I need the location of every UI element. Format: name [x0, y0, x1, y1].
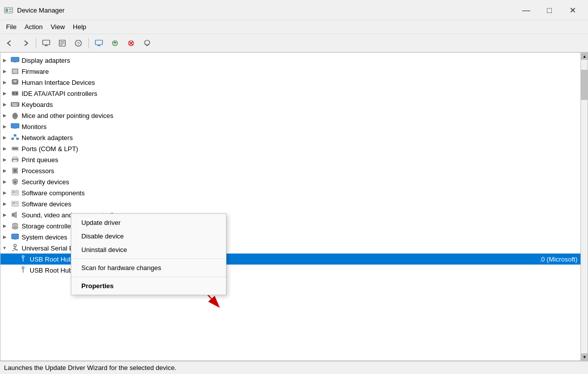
menu-help[interactable]: Help: [69, 22, 90, 32]
scrollbar[interactable]: ▲ ▼: [580, 53, 587, 360]
svg-rect-35: [15, 103, 16, 104]
tree-item-ports[interactable]: ▶ Ports (COM & LPT): [1, 143, 580, 154]
svg-rect-77: [12, 234, 19, 239]
svg-rect-72: [16, 203, 18, 204]
back-button[interactable]: [2, 36, 17, 50]
expand-display-adapters[interactable]: ▶: [1, 56, 9, 64]
expand-ide[interactable]: ▶: [1, 89, 9, 97]
minimize-button[interactable]: —: [515, 3, 538, 18]
svg-rect-26: [13, 70, 17, 73]
print-label: Print queues: [22, 156, 58, 164]
ports-label: Ports (COM & LPT): [22, 145, 78, 153]
tree-item-firmware[interactable]: ▶ Firmware: [1, 66, 580, 77]
remove-device-button[interactable]: [124, 36, 139, 50]
computer-button[interactable]: [39, 36, 54, 50]
main-content: ▶ Display adapters ▶ Firmware ▶: [0, 52, 588, 361]
system-label: System devices: [22, 233, 67, 241]
network-icon: [11, 133, 20, 142]
tree-item-print[interactable]: ▶ Print queues: [1, 154, 580, 165]
sound-icon: [11, 210, 20, 219]
window-title: Device Manager: [17, 7, 65, 14]
svg-point-76: [12, 227, 18, 229]
tree-item-ide[interactable]: ▶ IDE ATA/ATAPI controllers: [1, 88, 580, 99]
expand-mice[interactable]: ▶: [1, 111, 9, 119]
forward-button[interactable]: [18, 36, 33, 50]
svg-rect-46: [17, 138, 19, 140]
scan-hardware-toolbar-button[interactable]: [140, 36, 155, 50]
scroll-down-button[interactable]: ▼: [581, 353, 588, 360]
expand-monitors[interactable]: ▶: [1, 122, 9, 131]
update-driver-toolbar-button[interactable]: [107, 36, 123, 50]
expand-usb[interactable]: ▼: [1, 244, 9, 252]
svg-rect-67: [16, 191, 18, 192]
expand-print[interactable]: ▶: [1, 156, 9, 164]
expand-storage[interactable]: ▶: [1, 222, 9, 230]
context-menu-sep-1: [71, 259, 226, 259]
firmware-label: Firmware: [22, 68, 49, 75]
context-menu-update-driver[interactable]: Update driver: [71, 216, 226, 229]
maximize-button[interactable]: □: [538, 3, 561, 18]
usb-hub-1-extra: .0 (Microsoft): [539, 256, 580, 263]
security-label: Security devices: [22, 178, 69, 186]
expand-keyboards[interactable]: ▶: [1, 100, 9, 108]
expand-firmware[interactable]: ▶: [1, 67, 9, 75]
svg-point-51: [15, 148, 16, 149]
expand-software-devices[interactable]: ▶: [1, 200, 9, 208]
window-controls: — □ ✕: [515, 3, 584, 18]
software-devices-icon: [11, 199, 20, 208]
context-menu-disable-device[interactable]: Disable device: [71, 229, 226, 243]
expand-network[interactable]: ▶: [1, 134, 9, 142]
tree-item-monitors[interactable]: ▶ Monitors: [1, 121, 580, 132]
context-menu-uninstall-device[interactable]: Uninstall device: [71, 243, 226, 257]
tree-item-network[interactable]: ▶ Network adapters: [1, 132, 580, 143]
svg-rect-4: [43, 40, 50, 45]
storage-label: Storage controllers: [22, 222, 76, 230]
software-devices-label: Software devices: [22, 200, 71, 208]
context-menu-properties[interactable]: Properties: [71, 279, 226, 293]
svg-rect-66: [13, 191, 15, 193]
network-label: Network adapters: [22, 134, 73, 142]
svg-point-31: [16, 92, 18, 94]
expand-ports[interactable]: ▶: [1, 145, 9, 153]
hid-label: Human Interface Devices: [22, 79, 95, 86]
svg-rect-36: [17, 103, 18, 104]
mice-icon: [11, 111, 20, 120]
expand-sound[interactable]: ▶: [1, 211, 9, 219]
svg-rect-34: [14, 103, 15, 104]
context-menu-scan[interactable]: Scan for hardware changes: [71, 261, 226, 275]
svg-text:?: ?: [77, 41, 79, 46]
tree-item-processors[interactable]: ▶ Processors: [1, 165, 580, 176]
menu-file[interactable]: File: [2, 22, 21, 32]
menu-view[interactable]: View: [47, 22, 69, 32]
display-adapters-icon: [11, 56, 20, 65]
help-button[interactable]: ?: [71, 36, 86, 50]
show-device-button[interactable]: [91, 36, 106, 50]
expand-security[interactable]: ▶: [1, 178, 9, 186]
expand-system[interactable]: ▶: [1, 233, 9, 241]
properties-list-button[interactable]: [55, 36, 70, 50]
tree-pane[interactable]: ▶ Display adapters ▶ Firmware ▶: [1, 53, 580, 360]
toolbar-sep-2: [88, 38, 89, 48]
svg-point-50: [13, 148, 14, 149]
tree-item-keyboards[interactable]: ▶ Keyboards: [1, 99, 580, 110]
expand-software-components[interactable]: ▶: [1, 189, 9, 197]
svg-point-80: [14, 244, 17, 247]
tree-item-hid[interactable]: ▶ Human Interface Devices: [1, 77, 580, 88]
expand-processors[interactable]: ▶: [1, 167, 9, 175]
svg-rect-44: [14, 135, 16, 136]
tree-item-mice[interactable]: ▶ Mice and other pointing devices: [1, 110, 580, 121]
expand-hid[interactable]: ▶: [1, 78, 9, 86]
menu-action[interactable]: Action: [21, 22, 47, 32]
scroll-track[interactable]: [581, 60, 587, 353]
tree-item-display-adapters[interactable]: ▶ Display adapters: [1, 55, 580, 66]
close-button[interactable]: ✕: [561, 3, 584, 18]
svg-rect-84: [13, 250, 14, 251]
svg-rect-54: [13, 157, 17, 159]
scroll-thumb[interactable]: [581, 70, 588, 100]
tree-item-software-devices[interactable]: ▶ Software devices: [1, 198, 580, 209]
context-menu-sep-2: [71, 277, 226, 277]
tree-item-software-components[interactable]: ▶ Software components: [1, 187, 580, 198]
scroll-up-button[interactable]: ▲: [581, 53, 588, 60]
app-icon: [4, 6, 13, 15]
tree-item-security[interactable]: ▶ Security devices: [1, 176, 580, 187]
